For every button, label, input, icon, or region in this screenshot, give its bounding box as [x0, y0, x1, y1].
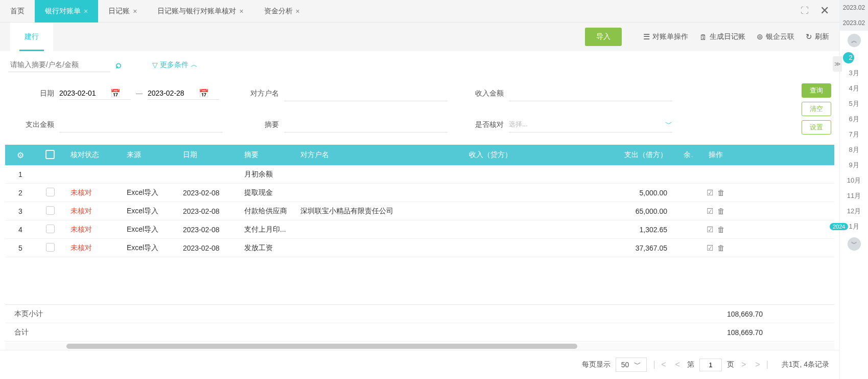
search-icon[interactable]: ⌕ — [115, 59, 122, 71]
clear-button[interactable]: 清空 — [802, 102, 831, 116]
refresh-link[interactable]: ↻刷新 — [806, 32, 829, 41]
check-icon[interactable]: ☑ — [707, 243, 713, 252]
table-row[interactable]: 2未核对Excel导入2023-02-08提取现金5,000.00☑🗑 — [5, 184, 834, 202]
total-expense: 108,669.70 — [666, 328, 773, 337]
per-page-label: 每页显示 — [582, 360, 611, 369]
table-row[interactable]: 4未核对Excel导入2023-02-08支付上月印...1,302.65☑🗑 — [5, 220, 834, 239]
row-summary: 付款给供应商 — [238, 207, 294, 216]
tab-close-icon[interactable]: × — [296, 7, 300, 15]
top-tab[interactable]: 银行对账单× — [35, 0, 98, 23]
summary-input[interactable] — [284, 117, 448, 132]
header-summary[interactable]: 摘要 — [238, 150, 294, 160]
rail-month[interactable]: 9月 — [840, 158, 868, 173]
rail-month[interactable]: 8月 — [840, 142, 868, 158]
row-checkbox[interactable] — [46, 206, 55, 215]
generate-journal-link[interactable]: 🗓生成日记账 — [699, 32, 745, 41]
top-tab[interactable]: 日记账× — [98, 0, 147, 23]
header-ops: 操作 — [693, 150, 739, 160]
first-page-icon[interactable]: ⎸< — [652, 360, 668, 369]
calendar-icon[interactable]: 📅 — [110, 88, 121, 98]
date-from-input[interactable] — [59, 87, 110, 99]
income-input[interactable] — [509, 86, 672, 101]
select-all-checkbox[interactable] — [45, 150, 55, 159]
statement-ops-link[interactable]: ☰对账单操作 — [643, 32, 688, 41]
header-income[interactable]: 收入（贷方） — [463, 150, 570, 160]
rail-month[interactable]: 3月 — [840, 65, 868, 81]
table-row[interactable]: 3未核对Excel导入2023-02-08付款给供应商深圳联宝小精品有限责任公司… — [5, 202, 834, 220]
rail-month[interactable]: 5月 — [840, 96, 868, 112]
tab-close-icon[interactable]: × — [239, 7, 243, 15]
table-row[interactable]: 1月初余额 — [5, 165, 834, 184]
last-page-icon[interactable]: >⎹ — [753, 360, 769, 369]
header-account[interactable]: 对方户名 — [294, 150, 463, 160]
top-tab[interactable]: 资金分析× — [254, 0, 310, 23]
header-balance[interactable]: 余 — [677, 150, 693, 160]
check-icon[interactable]: ☑ — [707, 207, 713, 215]
prev-page-icon[interactable]: < — [673, 360, 682, 369]
delete-icon[interactable]: 🗑 — [717, 207, 725, 215]
date-separator: — — [136, 90, 143, 97]
delete-icon[interactable]: 🗑 — [717, 188, 725, 197]
calendar-icon[interactable]: 📅 — [199, 88, 209, 98]
row-expense: 37,367.05 — [570, 244, 677, 252]
rail-year-top2[interactable]: 2023.02 — [840, 15, 868, 31]
rail-down-icon[interactable]: ︾ — [848, 237, 861, 251]
query-button[interactable]: 查询 — [802, 83, 831, 98]
row-date: 2023-02-08 — [177, 207, 238, 215]
rail-year-top[interactable]: 2023.02 — [840, 0, 868, 15]
rail-month[interactable]: 10月 — [840, 173, 868, 188]
check-icon[interactable]: ☑ — [707, 188, 713, 197]
rail-month[interactable]: 12月 — [840, 204, 868, 219]
next-page-icon[interactable]: > — [739, 360, 748, 369]
delete-icon[interactable]: 🗑 — [717, 225, 725, 234]
rail-month[interactable]: 11月 — [840, 188, 868, 204]
search-input[interactable] — [8, 57, 110, 72]
per-page-select[interactable]: 50 ﹀ — [616, 358, 647, 372]
header-expense[interactable]: 支出（借方） — [570, 150, 677, 160]
close-icon[interactable]: ✕ — [820, 4, 829, 17]
row-expense: 1,302.65 — [570, 226, 677, 234]
row-source: Excel导入 — [121, 225, 177, 234]
table-row[interactable]: 5未核对Excel导入2023-02-08发放工资37,367.05☑🗑 — [5, 239, 834, 257]
date-from-field[interactable]: 📅 — [59, 87, 131, 100]
tab-close-icon[interactable]: × — [133, 7, 137, 15]
row-summary: 提取现金 — [238, 188, 294, 197]
sub-tab-bank[interactable]: 建行 — [10, 23, 53, 51]
fullscreen-icon[interactable]: ⛶ — [801, 6, 809, 15]
reconciled-select[interactable]: 选择... ﹀ — [509, 117, 672, 132]
rail-month[interactable]: 1月2024 — [840, 219, 868, 234]
horizontal-scrollbar[interactable] — [5, 343, 834, 350]
counterparty-input[interactable] — [284, 86, 448, 101]
row-expense: 65,000.00 — [570, 207, 677, 215]
date-to-field[interactable]: 📅 — [148, 87, 219, 100]
rail-month[interactable]: 7月 — [840, 127, 868, 142]
row-checkbox[interactable] — [46, 243, 55, 252]
tab-label: 银行对账单 — [45, 7, 81, 16]
row-checkbox[interactable] — [46, 188, 55, 196]
check-icon[interactable]: ☑ — [707, 225, 713, 234]
more-conditions-toggle[interactable]: ▽ 更多条件 ︿ — [152, 60, 198, 70]
date-to-input[interactable] — [148, 87, 199, 99]
data-table: ⚙ 核对状态 来源 日期 摘要 对方户名 收入（贷方） 支出（借方） 余 操作 … — [0, 145, 839, 350]
import-button[interactable]: 导入 — [585, 28, 622, 46]
settings-button[interactable]: 设置 — [802, 120, 831, 135]
rail-month[interactable]: 4月 — [840, 81, 868, 96]
top-tab[interactable]: 日记账与银行对账单核对× — [147, 0, 253, 23]
chevron-down-icon: ﹀ — [665, 120, 672, 129]
header-source[interactable]: 来源 — [121, 150, 177, 160]
delete-icon[interactable]: 🗑 — [717, 243, 725, 252]
rail-month[interactable]: 6月 — [840, 112, 868, 127]
row-index: 1 — [5, 170, 36, 179]
bank-cloud-link[interactable]: ⊚银企云联 — [757, 32, 794, 41]
row-checkbox[interactable] — [46, 225, 55, 233]
expense-input[interactable] — [59, 117, 223, 132]
page-input[interactable] — [699, 359, 722, 371]
rail-month[interactable]: 2月 — [840, 50, 868, 65]
rail-up-icon[interactable]: ︽ — [848, 34, 861, 47]
tab-close-icon[interactable]: × — [84, 7, 88, 15]
header-date[interactable]: 日期 — [177, 150, 238, 160]
gear-icon[interactable]: ⚙ — [17, 151, 24, 160]
header-status[interactable]: 核对状态 — [64, 150, 121, 160]
top-tab[interactable]: 首页 — [0, 0, 35, 23]
income-label: 收入金额 — [458, 89, 509, 98]
